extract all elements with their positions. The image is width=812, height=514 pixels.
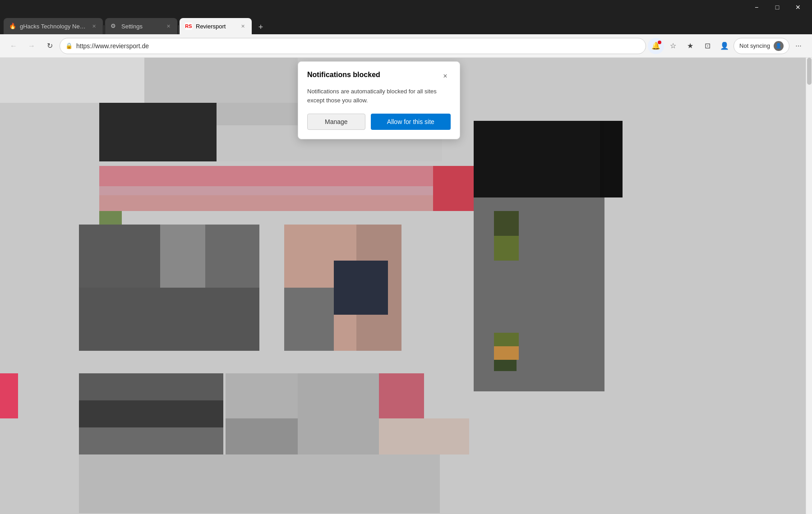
address-bar[interactable]: 🔒 https://www.reviersport.de (60, 38, 646, 54)
collections-icon: ⊡ (705, 41, 710, 50)
page-content: Notifications blocked × Notifications ar… (0, 58, 812, 514)
svg-rect-19 (79, 288, 259, 351)
scrollbar-thumb[interactable] (807, 58, 812, 85)
svg-rect-1 (0, 58, 144, 103)
tab-reviersport[interactable]: RS Reviersport ✕ (180, 18, 252, 34)
tab-close-settings[interactable]: ✕ (165, 23, 172, 30)
address-text: https://www.reviersport.de (76, 42, 640, 50)
svg-rect-8 (99, 195, 474, 211)
tab-ghacks[interactable]: 🔥 gHacks Technology News ✕ (4, 18, 103, 34)
svg-rect-37 (0, 418, 79, 509)
refresh-button[interactable]: ↻ (42, 38, 58, 54)
svg-rect-3 (99, 103, 217, 161)
profile-icon: 👤 (720, 41, 729, 50)
title-bar: − □ ✕ (0, 0, 812, 14)
svg-rect-24 (474, 121, 604, 391)
close-button[interactable]: ✕ (788, 0, 808, 14)
manage-button[interactable]: Manage (307, 114, 365, 130)
tab-title-reviersport: Reviersport (196, 23, 235, 30)
favorites-button[interactable]: ☆ (665, 38, 681, 54)
favorites-icon: ★ (687, 41, 693, 50)
lock-icon: 🔒 (65, 42, 73, 49)
tab-close-reviersport[interactable]: ✕ (239, 23, 246, 30)
svg-rect-36 (226, 418, 298, 454)
tab-bar: 🔥 gHacks Technology News ✕ ⚙ Settings ✕ … (0, 14, 812, 34)
ellipsis-icon: ··· (795, 42, 801, 50)
svg-rect-7 (99, 186, 474, 195)
svg-rect-18 (205, 225, 259, 288)
profile-button[interactable]: 👤 (716, 38, 733, 54)
svg-rect-6 (99, 166, 474, 186)
window-controls: − □ ✕ (746, 0, 808, 14)
minimize-button[interactable]: − (746, 0, 767, 14)
svg-rect-28 (0, 373, 18, 418)
svg-rect-9 (433, 166, 474, 211)
tab-favicon-ghacks: 🔥 (9, 23, 16, 30)
tab-separator-2 (178, 25, 179, 34)
tab-favicon-reviersport: RS (185, 23, 192, 30)
svg-rect-27 (494, 346, 519, 360)
notifications-button[interactable]: 🔔 (648, 38, 664, 54)
notification-popup: Notifications blocked × Notifications ar… (298, 61, 460, 139)
svg-rect-17 (160, 225, 205, 288)
tab-settings[interactable]: ⚙ Settings ✕ (105, 18, 177, 34)
svg-rect-31 (79, 427, 223, 454)
back-button[interactable]: ← (5, 38, 22, 54)
tab-favicon-settings: ⚙ (111, 23, 118, 30)
not-syncing-label: Not syncing (739, 42, 770, 49)
svg-rect-30 (79, 400, 223, 427)
scrollbar[interactable] (806, 58, 812, 514)
allow-button[interactable]: Allow for this site (371, 114, 451, 130)
svg-rect-16 (79, 225, 160, 288)
svg-rect-22 (334, 261, 388, 315)
tab-title-settings: Settings (121, 23, 161, 30)
svg-rect-34 (379, 418, 469, 454)
tab-close-ghacks[interactable]: ✕ (90, 23, 97, 30)
toolbar-actions: 🔔 ☆ ★ ⊡ 👤 Not syncing 👤 ··· (648, 38, 807, 54)
favorites-bar-button[interactable]: ★ (682, 38, 698, 54)
svg-rect-32 (298, 373, 379, 454)
popup-header: Notifications blocked × (307, 71, 451, 82)
svg-rect-38 (79, 454, 440, 513)
collections-button[interactable]: ⊡ (699, 38, 715, 54)
nav-bar: ← → ↻ 🔒 https://www.reviersport.de 🔔 ☆ ★… (0, 34, 812, 58)
popup-actions: Manage Allow for this site (307, 114, 451, 130)
notification-badge (658, 41, 661, 44)
popup-close-button[interactable]: × (440, 71, 451, 82)
svg-rect-25 (494, 236, 519, 261)
tab-separator-1 (104, 25, 104, 34)
svg-rect-35 (226, 373, 298, 418)
popup-title: Notifications blocked (307, 71, 380, 79)
more-button[interactable]: ··· (790, 38, 807, 54)
star-icon: ☆ (670, 41, 676, 50)
forward-button[interactable]: → (23, 38, 40, 54)
popup-description: Notifications are automatically blocked … (307, 87, 451, 105)
svg-rect-23 (284, 288, 334, 351)
maximize-button[interactable]: □ (767, 0, 788, 14)
tab-title-ghacks: gHacks Technology News (20, 23, 87, 30)
not-syncing-button[interactable]: Not syncing 👤 (734, 38, 789, 54)
svg-rect-33 (379, 373, 424, 418)
avatar: 👤 (774, 41, 784, 51)
svg-rect-2 (144, 58, 298, 103)
new-tab-button[interactable]: + (254, 20, 268, 34)
